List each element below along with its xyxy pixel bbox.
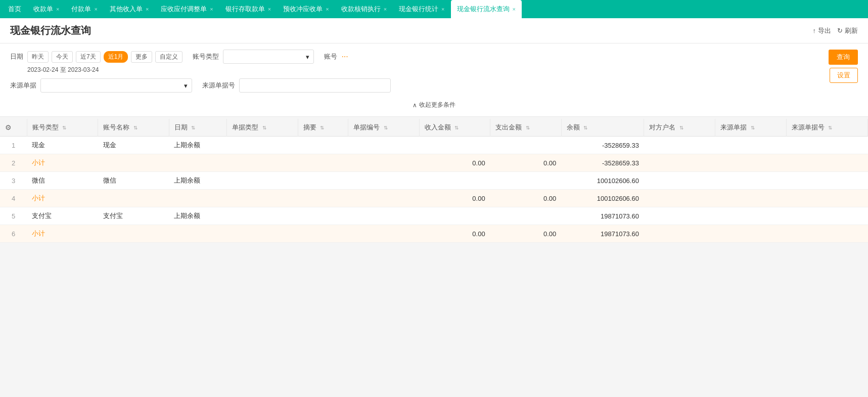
table-row: 1现金现金上期余额-3528659.33 (0, 137, 868, 154)
col-gear[interactable]: ⚙ (0, 119, 27, 137)
table-cell: -3528659.33 (561, 154, 644, 172)
source-doc-filter: 来源单据 ▾ (10, 78, 192, 93)
close-icon[interactable]: × (94, 6, 97, 12)
close-icon[interactable]: × (384, 6, 387, 12)
table-header-row: ⚙ 账号类型 ⇅ 账号名称 ⇅ 日期 ⇅ 单据类型 ⇅ (0, 119, 868, 137)
table-cell (715, 137, 787, 154)
filter-area: 日期 昨天 今天 近7天 近1月 更多 自定义 账号类型 ▾ (0, 43, 868, 117)
table-cell (786, 137, 867, 154)
nav-tab-付款单[interactable]: 付款单 × (65, 0, 103, 18)
table-cell (786, 190, 867, 207)
table-cell: 上期余额 (169, 137, 226, 154)
table-cell (98, 154, 169, 172)
date-btn-today[interactable]: 今天 (52, 51, 73, 63)
table-cell (348, 190, 419, 207)
nav-tab-现金银行流水查询[interactable]: 现金银行流水查询 × (451, 0, 522, 18)
table-cell (298, 154, 348, 172)
table-cell: 100102606.60 (561, 190, 644, 207)
col-account-name[interactable]: 账号名称 ⇅ (98, 119, 169, 137)
table-cell: 0.00 (490, 154, 562, 172)
settings-button[interactable]: 设置 (830, 68, 858, 83)
table-row: 6小计0.000.0019871073.60 (0, 225, 868, 243)
table-row: 4小计0.000.00100102606.60 (0, 190, 868, 207)
date-filter: 日期 昨天 今天 近7天 近1月 更多 自定义 (10, 51, 182, 63)
table-cell: 3 (0, 172, 27, 190)
col-expense[interactable]: 支出金额 ⇅ (490, 119, 562, 137)
account-dots-button[interactable]: ··· (341, 52, 348, 61)
col-date[interactable]: 日期 ⇅ (169, 119, 226, 137)
nav-tab-其他收入单[interactable]: 其他收入单 × (104, 0, 155, 18)
table-cell (298, 190, 348, 207)
close-icon[interactable]: × (210, 6, 213, 12)
nav-tab-应收应付调整单[interactable]: 应收应付调整单 × (155, 0, 219, 18)
source-doc-no-input[interactable] (239, 78, 391, 93)
close-icon[interactable]: × (441, 6, 444, 12)
col-balance[interactable]: 余额 ⇅ (561, 119, 644, 137)
date-range-display: 2023-02-24 至 2023-03-24 (27, 66, 99, 73)
page-header: 现金银行流水查询 ↑ 导出 ↻ 刷新 (0, 18, 868, 43)
table-cell (298, 207, 348, 225)
col-income[interactable]: 收入金额 ⇅ (419, 119, 490, 137)
table-cell (644, 137, 715, 154)
nav-tab-银行存取款单[interactable]: 银行存取款单 × (219, 0, 277, 18)
table-cell: 2 (0, 154, 27, 172)
table-cell (490, 207, 562, 225)
col-counterpart[interactable]: 对方户名 ⇅ (644, 119, 715, 137)
nav-tab-收款单[interactable]: 收款单 × (27, 0, 65, 18)
table-cell: 0.00 (490, 190, 562, 207)
table-cell (419, 172, 490, 190)
nav-home[interactable]: 首页 (2, 0, 27, 18)
table-cell (298, 172, 348, 190)
source-doc-select[interactable]: ▾ (40, 78, 192, 93)
collapse-button[interactable]: ∧ 收起更多条件 (413, 101, 455, 109)
table-row: 2小计0.000.00-3528659.33 (0, 154, 868, 172)
date-btn-1month[interactable]: 近1月 (104, 51, 128, 63)
table-cell: 现金 (27, 137, 98, 154)
nav-tab-现金银行统计[interactable]: 现金银行统计 × (393, 0, 450, 18)
close-icon[interactable]: × (56, 6, 59, 12)
table-cell: 5 (0, 207, 27, 225)
date-btn-yesterday[interactable]: 昨天 (27, 51, 49, 63)
chevron-up-icon: ∧ (413, 102, 417, 109)
query-button[interactable]: 查询 (829, 50, 858, 65)
refresh-button[interactable]: ↻ 刷新 (837, 26, 858, 35)
page-title: 现金银行流水查询 (10, 24, 91, 37)
chevron-down-icon: ▾ (184, 82, 188, 90)
table-cell: 0.00 (419, 154, 490, 172)
table-cell (419, 137, 490, 154)
close-icon[interactable]: × (146, 6, 149, 12)
col-doc-type[interactable]: 单据类型 ⇅ (227, 119, 298, 137)
table-cell (227, 207, 298, 225)
date-btn-7days[interactable]: 近7天 (76, 51, 101, 63)
nav-tab-预收冲应收单[interactable]: 预收冲应收单 × (277, 0, 335, 18)
gear-icon[interactable]: ⚙ (5, 123, 12, 131)
top-right-actions: 查询 设置 (829, 50, 858, 83)
col-source-doc-no[interactable]: 来源单据号 ⇅ (786, 119, 867, 137)
table-cell: 19871073.60 (561, 207, 644, 225)
table-cell (644, 190, 715, 207)
table-cell (644, 154, 715, 172)
export-button[interactable]: ↑ 导出 (813, 26, 832, 35)
table-cell (715, 207, 787, 225)
date-btn-custom[interactable]: 自定义 (155, 51, 182, 63)
col-account-type[interactable]: 账号类型 ⇅ (27, 119, 98, 137)
close-icon[interactable]: × (268, 6, 271, 12)
table-cell: 0.00 (490, 225, 562, 243)
table-cell: 1 (0, 137, 27, 154)
col-source-doc[interactable]: 来源单据 ⇅ (715, 119, 787, 137)
table-cell (715, 225, 787, 243)
source-doc-label: 来源单据 (10, 81, 36, 90)
col-summary[interactable]: 摘要 ⇅ (298, 119, 348, 137)
close-icon[interactable]: × (513, 6, 516, 12)
table-cell: 上期余额 (169, 172, 226, 190)
nav-tab-收款核销执行[interactable]: 收款核销执行 × (335, 0, 393, 18)
table-cell (98, 190, 169, 207)
close-icon[interactable]: × (326, 6, 329, 12)
account-type-select[interactable]: ▾ (223, 50, 314, 64)
account-label: 账号 (324, 52, 337, 61)
date-options: 昨天 今天 近7天 近1月 更多 自定义 (27, 51, 182, 63)
col-doc-no[interactable]: 单据编号 ⇅ (348, 119, 419, 137)
date-btn-more[interactable]: 更多 (131, 51, 152, 63)
table-body: 1现金现金上期余额-3528659.332小计0.000.00-3528659.… (0, 137, 868, 243)
table-cell: 上期余额 (169, 207, 226, 225)
